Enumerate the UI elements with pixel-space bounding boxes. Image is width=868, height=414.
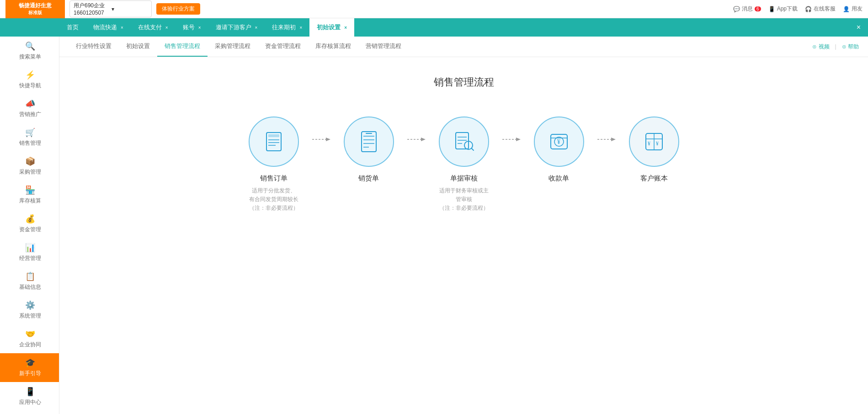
svg-marker-21 (516, 138, 521, 141)
trial-btn[interactable]: 体验行业方案 (156, 3, 200, 15)
sidebar-item-system[interactable]: ⚙️ 系统管理 (0, 296, 59, 324)
search-icon: 🔍 (25, 41, 35, 51)
sidebar-item-basic-info[interactable]: 📋 基础信息 (0, 267, 59, 296)
sidebar-item-purchase[interactable]: 📦 采购管理 (0, 152, 59, 180)
gear-icon: ⚙️ (25, 300, 35, 310)
sidebar-item-operations[interactable]: 📊 经营管理 (0, 238, 59, 267)
main-layout: 🔍 搜索菜单 ⚡ 快捷导航 📣 营销推广 🛒 销售管理 📦 采购管理 🏪 库存核… (0, 37, 868, 414)
sub-tab-finance-flow[interactable]: 资金管理流程 (258, 37, 308, 57)
nav-tab-home[interactable]: 首页 (59, 18, 86, 37)
top-bar: 畅捷通好生意 标准版 用户690企业1660120507 ▾ 体验行业方案 💬 … (0, 0, 868, 18)
clipboard-icon: 📋 (25, 271, 35, 281)
app-download-btn[interactable]: 📱 App下载 (768, 5, 798, 13)
nav-tab-period[interactable]: 往来期初 × (265, 18, 309, 37)
money-icon: 💰 (25, 214, 35, 224)
svg-marker-27 (611, 138, 616, 141)
brand-logo: 畅捷通好生意 标准版 (5, 0, 65, 18)
sidebar-item-newbie[interactable]: 🎓 新手引导 (0, 353, 59, 382)
sidebar-item-inventory[interactable]: 🏪 库存核算 (0, 180, 59, 209)
sub-tab-marketing-flow[interactable]: 营销管理流程 (358, 37, 409, 57)
store-icon: 🏪 (25, 185, 35, 195)
nav-bar-close[interactable]: × (849, 23, 868, 32)
sidebar-item-collab[interactable]: 🤝 企业协同 (0, 324, 59, 353)
svg-text:¥: ¥ (557, 138, 560, 145)
cart-icon: 🛒 (25, 127, 35, 138)
arrow-2 (407, 117, 426, 144)
svg-rect-14 (456, 133, 469, 149)
message-icon: 💬 (733, 6, 740, 12)
svg-text:¥: ¥ (656, 140, 659, 147)
flow-area: 销售管理流程 销售 (59, 57, 868, 414)
sidebar-item-marketing[interactable]: 📣 营销推广 (0, 94, 59, 123)
sales-order-title: 销售订单 (260, 174, 288, 183)
review-desc: 适用于财务审核或主管审核（注：非必要流程） (439, 186, 489, 213)
arrow-1 (312, 117, 330, 144)
box-icon: 📦 (25, 156, 35, 166)
flow-node-sales-order[interactable]: 销售订单 适用于分批发货、有合同发货周期较长（注：非必要流程） (237, 117, 310, 213)
flow-node-review[interactable]: 单据审核 适用于财务审核或主管审核（注：非必要流程） (427, 117, 501, 213)
user-avatar-btn[interactable]: 👤 用友 (843, 5, 863, 13)
sub-tabs-help: ⊙ 视频 | ⊙ 帮助 (812, 43, 859, 51)
svg-line-19 (472, 149, 474, 150)
svg-rect-7 (362, 132, 376, 152)
nav-tab-payment[interactable]: 在线支付 × (131, 18, 176, 37)
mobile-icon: 📱 (25, 387, 35, 397)
flow-nodes: 销售订单 适用于分批发货、有合同发货周期较长（注：非必要流程） (237, 117, 691, 213)
sub-tab-inventory-flow[interactable]: 库存核算流程 (308, 37, 358, 57)
review-circle (439, 117, 489, 167)
arrow-4 (597, 117, 616, 144)
dropdown-icon: ▾ (112, 6, 148, 12)
sidebar-item-finance[interactable]: 💰 资金管理 (0, 209, 59, 238)
ledger-title: 客户账本 (640, 174, 668, 183)
sidebar-item-sales[interactable]: 🛒 销售管理 (0, 123, 59, 152)
sub-tab-sales-flow[interactable]: 销售管理流程 (157, 37, 208, 57)
nav-tab-invite[interactable]: 邀请下游客户 × (208, 18, 265, 37)
svg-marker-13 (421, 138, 426, 141)
flow-node-wrapper-5: ¥ ¥ 客户账本 (618, 117, 691, 186)
receipt-circle: ¥ (534, 117, 584, 167)
video-link[interactable]: ⊙ 视频 (812, 43, 829, 51)
flow-node-invoice[interactable]: 销货单 (332, 117, 405, 186)
sales-order-desc: 适用于分批发货、有合同发货周期较长（注：非必要流程） (249, 186, 298, 213)
lightning-icon: ⚡ (25, 70, 35, 80)
headset-icon: 🎧 (805, 6, 812, 12)
sidebar: 🔍 搜索菜单 ⚡ 快捷导航 📣 营销推广 🛒 销售管理 📦 采购管理 🏪 库存核… (0, 37, 59, 414)
nav-tab-logistics[interactable]: 物流快递 × (86, 18, 131, 37)
invoice-circle (344, 117, 394, 167)
megaphone-icon: 📣 (25, 99, 35, 109)
page-title: 销售管理流程 (434, 75, 494, 89)
sidebar-item-quick-nav[interactable]: ⚡ 快捷导航 (0, 65, 59, 94)
handshake-icon: 🤝 (25, 329, 35, 339)
messages-btn[interactable]: 💬 消息 6 (733, 5, 761, 13)
svg-text:¥: ¥ (648, 140, 650, 147)
sub-tab-purchase-flow[interactable]: 采购管理流程 (208, 37, 258, 57)
svg-rect-1 (268, 134, 279, 137)
sub-tab-init[interactable]: 初始设置 (119, 37, 157, 57)
sidebar-item-search[interactable]: 🔍 搜索菜单 (0, 37, 59, 65)
ledger-circle: ¥ ¥ (629, 117, 679, 167)
chart-icon: 📊 (25, 243, 35, 253)
flow-node-ledger[interactable]: ¥ ¥ 客户账本 (618, 117, 691, 186)
arrow-3 (502, 117, 521, 144)
brand-name: 畅捷通好生意 标准版 (19, 2, 52, 16)
receipt-title: 收款单 (548, 174, 569, 183)
sales-order-circle (249, 117, 299, 167)
sidebar-item-wechat[interactable]: 💬 企业微信 (0, 411, 59, 414)
nav-tab-account[interactable]: 账号 × (176, 18, 208, 37)
main-content: 行业特性设置 初始设置 销售管理流程 采购管理流程 资金管理流程 库存核算流程 … (59, 37, 868, 414)
svg-marker-6 (326, 138, 330, 141)
top-bar-right: 💬 消息 6 📱 App下载 🎧 在线客服 👤 用友 (733, 5, 863, 13)
online-service-btn[interactable]: 🎧 在线客服 (805, 5, 836, 13)
guide-icon: 🎓 (25, 358, 35, 368)
nav-tab-init-settings[interactable]: 初始设置 × (309, 18, 354, 37)
flow-node-receipt[interactable]: ¥ 收款单 (522, 117, 596, 186)
sidebar-item-app-center[interactable]: 📱 应用中心 (0, 382, 59, 411)
invoice-title: 销货单 (358, 174, 379, 183)
user-select[interactable]: 用户690企业1660120507 ▾ (69, 0, 152, 17)
phone-icon: 📱 (768, 6, 775, 12)
help-link[interactable]: ⊙ 帮助 (842, 43, 859, 51)
flow-node-wrapper-3: 单据审核 适用于财务审核或主管审核（注：非必要流程） (427, 117, 501, 213)
review-title: 单据审核 (450, 174, 478, 183)
sub-tab-industry[interactable]: 行业特性设置 (69, 37, 119, 57)
avatar-icon: 👤 (843, 6, 850, 12)
